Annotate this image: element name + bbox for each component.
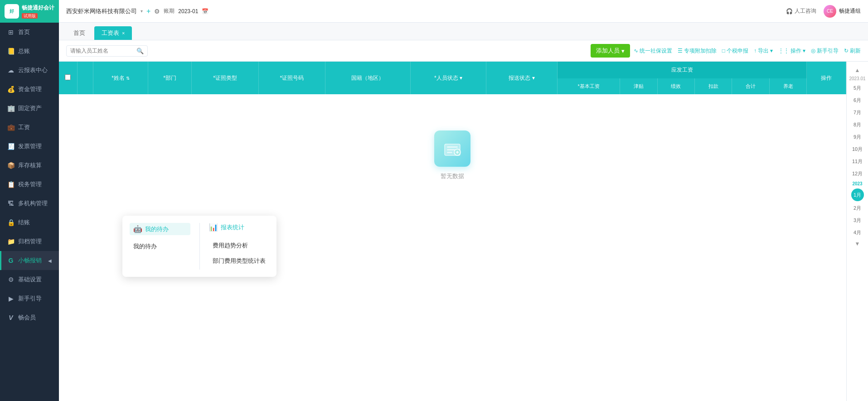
calendar-icon[interactable]: 📅 bbox=[202, 8, 209, 14]
social-insurance-icon: ∿ bbox=[634, 48, 638, 54]
tab-home[interactable]: 首页 bbox=[66, 26, 92, 40]
refresh-button[interactable]: ↻ 刷新 bbox=[844, 47, 861, 55]
popup-item-trend[interactable]: 费用趋势分析 bbox=[209, 239, 270, 252]
member-icon: V bbox=[7, 314, 15, 321]
sidebar-item-archive[interactable]: 📁 归档管理 bbox=[0, 232, 59, 251]
th-report-status[interactable]: 报送状态 ▾ bbox=[486, 62, 558, 94]
month-7[interactable]: 7月 bbox=[847, 106, 868, 119]
month-6[interactable]: 6月 bbox=[847, 94, 868, 106]
export-icon: ↑ bbox=[754, 48, 756, 54]
th-basic-salary: *基本工资 bbox=[558, 78, 620, 94]
cloud-icon: ☁ bbox=[7, 67, 15, 74]
salary-table: *姓名 ⇅ *部门 *证照类型 *证照号码 国籍（地区） *人员状态 ▾ 报送状… bbox=[59, 62, 846, 217]
special-deduct-icon: ☰ bbox=[678, 48, 683, 54]
social-insurance-button[interactable]: ∿ 统一社保设置 bbox=[634, 47, 672, 55]
svg-rect-1 bbox=[447, 146, 458, 148]
sidebar-item-inventory[interactable]: 📦 库存核算 bbox=[0, 156, 59, 175]
special-deduct-button[interactable]: ☰ 专项附加扣除 bbox=[678, 47, 717, 55]
dropdown-popup: 🤖 我的待办 我的待办 📊 报表统计 费用趋势分析 部门费用类型统计表 bbox=[122, 216, 276, 277]
th-deduct: 扣款 bbox=[694, 78, 732, 94]
add-person-button[interactable]: 添加人员 ▾ bbox=[591, 44, 630, 58]
sidebar: 好 畅捷通好会计 试用版 ⊞ 首页 📒 总账 ☁ 云报表中心 💰 资金管理 🏢 … bbox=[0, 0, 59, 401]
basic-icon: ⚙ bbox=[7, 276, 15, 283]
multi-org-icon: 🏗 bbox=[7, 200, 15, 207]
tabbar: 首页 工资表 × bbox=[59, 23, 868, 40]
sidebar-item-tax[interactable]: 📋 税务管理 bbox=[0, 175, 59, 194]
sidebar-item-guide[interactable]: ▶ 新手引导 bbox=[0, 289, 59, 308]
sidebar-item-invoice[interactable]: 🧾 发票管理 bbox=[0, 137, 59, 156]
month-3[interactable]: 3月 bbox=[847, 214, 868, 227]
logo-text-block: 畅捷通好会计 试用版 bbox=[22, 4, 54, 19]
guide2-icon: ◎ bbox=[811, 48, 815, 54]
sidebar-item-home[interactable]: ⊞ 首页 bbox=[0, 23, 59, 42]
xiaochang-icon: G bbox=[7, 257, 15, 264]
salary-icon: 💼 bbox=[7, 124, 15, 131]
th-nationality: 国籍（地区） bbox=[325, 62, 410, 94]
guide-button[interactable]: ◎ 新手引导 bbox=[811, 47, 839, 55]
month-1-active[interactable]: 1月 bbox=[851, 188, 864, 201]
filter2-icon: ▾ bbox=[532, 75, 535, 81]
popup-title-todo[interactable]: 🤖 我的待办 bbox=[130, 223, 190, 235]
todo-icon: 🤖 bbox=[133, 225, 142, 233]
sidebar-item-fixed-asset[interactable]: 🏢 固定资产 bbox=[0, 99, 59, 118]
sidebar-item-closing[interactable]: 🔒 结账 bbox=[0, 213, 59, 232]
operate-button[interactable]: ⋮⋮ 操作 ▾ bbox=[778, 47, 805, 55]
add-company-icon[interactable]: + bbox=[146, 7, 150, 15]
month-10[interactable]: 10月 bbox=[847, 143, 868, 155]
search-input[interactable] bbox=[70, 48, 134, 54]
popup-item-my-todo[interactable]: 我的待办 bbox=[130, 240, 190, 253]
month-nav-up[interactable]: ▲ bbox=[853, 65, 862, 75]
popup-title-report[interactable]: 📊 报表统计 bbox=[209, 223, 270, 234]
avatar: CE bbox=[824, 5, 836, 18]
month-5[interactable]: 5月 bbox=[847, 82, 868, 94]
export-button[interactable]: ↑ 导出 ▾ bbox=[754, 47, 773, 55]
period-label: 账期 bbox=[164, 7, 175, 15]
popup-section-todo: 🤖 我的待办 我的待办 bbox=[130, 223, 190, 270]
th-checkbox[interactable] bbox=[59, 62, 77, 94]
tax-icon: 📋 bbox=[7, 181, 15, 188]
refresh-icon: ↻ bbox=[844, 48, 849, 54]
month-nav-down[interactable]: ▼ bbox=[853, 239, 862, 249]
popup-item-dept-stat[interactable]: 部门费用类型统计表 bbox=[209, 254, 270, 268]
settings-icon[interactable]: ⚙ bbox=[154, 8, 160, 15]
sidebar-item-xiaochang[interactable]: G 小畅报销 ◀ bbox=[0, 251, 59, 270]
th-bonus: 绩效 bbox=[657, 78, 694, 94]
headset-icon: 🎧 bbox=[786, 8, 793, 14]
year-2023-label: 2023 bbox=[852, 180, 862, 188]
tab-salary-table[interactable]: 工资表 × bbox=[94, 26, 132, 40]
sidebar-item-salary[interactable]: 💼 工资 bbox=[0, 118, 59, 137]
sidebar-item-cloud-report[interactable]: ☁ 云报表中心 bbox=[0, 61, 59, 80]
toolbar-actions: ∿ 统一社保设置 ☰ 专项附加扣除 □ 个税申报 ↑ 导出 ▾ ⋮⋮ 操作 ▾ bbox=[634, 47, 861, 55]
tab-close-icon[interactable]: × bbox=[122, 30, 125, 36]
empty-icon bbox=[434, 130, 470, 167]
tax-declare-button[interactable]: □ 个税申报 bbox=[722, 47, 748, 55]
sidebar-item-ledger[interactable]: 📒 总账 bbox=[0, 42, 59, 61]
main-area: 西安虾米网络科技有限公司 ▾ + ⚙ 账期 2023-01 📅 🎧 人工咨询 C… bbox=[59, 0, 868, 401]
period-year: 2023.01 bbox=[849, 75, 865, 82]
th-person-status[interactable]: *人员状态 ▾ bbox=[411, 62, 486, 94]
month-12[interactable]: 12月 bbox=[847, 168, 868, 180]
closing-icon: 🔒 bbox=[7, 219, 15, 226]
company-dropdown-icon[interactable]: ▾ bbox=[141, 9, 143, 14]
sidebar-item-basic[interactable]: ⚙ 基础设置 bbox=[0, 270, 59, 289]
th-salary-group: 应发工资 bbox=[558, 62, 807, 78]
month-11[interactable]: 11月 bbox=[847, 155, 868, 168]
sidebar-item-member[interactable]: V 畅会员 bbox=[0, 308, 59, 327]
topbar-right: 🎧 人工咨询 CE 畅捷通组 bbox=[786, 5, 861, 18]
month-9[interactable]: 9月 bbox=[847, 131, 868, 143]
filter-icon: ▾ bbox=[460, 75, 462, 81]
month-2[interactable]: 2月 bbox=[847, 202, 868, 214]
toolbar: 🔍 添加人员 ▾ ∿ 统一社保设置 ☰ 专项附加扣除 □ 个税申报 ↑ 导出 ▾ bbox=[59, 40, 868, 62]
logo-sub: 试用版 bbox=[22, 12, 54, 19]
search-box[interactable]: 🔍 bbox=[66, 45, 148, 57]
user-menu[interactable]: CE 畅捷通组 bbox=[824, 5, 861, 18]
help-button[interactable]: 🎧 人工咨询 bbox=[786, 7, 816, 15]
month-8[interactable]: 8月 bbox=[847, 119, 868, 131]
th-total: 合计 bbox=[732, 78, 769, 94]
sidebar-item-multi-org[interactable]: 🏗 多机构管理 bbox=[0, 194, 59, 213]
select-all-checkbox[interactable] bbox=[65, 74, 71, 80]
sort-icon[interactable]: ⇅ bbox=[126, 76, 130, 81]
month-4[interactable]: 4月 bbox=[847, 227, 868, 239]
period-value: 2023-01 bbox=[178, 8, 198, 14]
sidebar-item-fund[interactable]: 💰 资金管理 bbox=[0, 80, 59, 99]
